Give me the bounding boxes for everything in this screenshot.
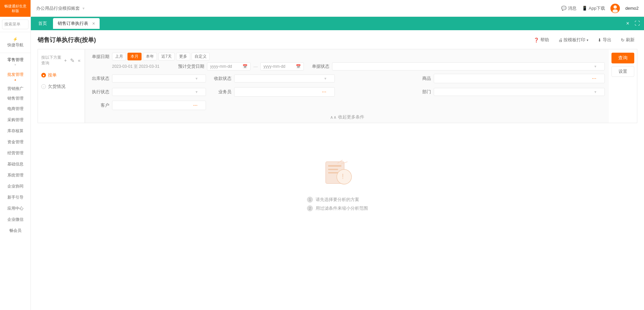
quick-nav-section: ⚡ 快捷导航: [0, 32, 31, 53]
sidebar-item-enterprise[interactable]: 企业协同: [0, 181, 31, 192]
refresh-button[interactable]: ↻ 刷新: [618, 36, 637, 44]
sidebar-nav: 零售管理 ▼ 批发管理 ▲ 营销推广 销售管理 电商管理 采购管理 库存核算 资…: [0, 53, 31, 238]
filter-collection-status: 收款状态 ▾: [211, 74, 406, 83]
collection-status-select[interactable]: ▾: [234, 74, 335, 83]
query-button[interactable]: 查询: [611, 53, 634, 63]
tab-home-label: 首页: [38, 20, 47, 27]
sidebar-item-purchase[interactable]: 采购管理: [0, 114, 31, 125]
dept-arrow: ▾: [594, 90, 596, 94]
close-tab-btn[interactable]: ×: [625, 19, 631, 28]
out-status-select[interactable]: ▾: [112, 74, 206, 83]
sidebar: 畅捷通好生意 标版 搜索菜单 ⚡ 快捷导航 零售管理 ▼ 批发管理 ▲ 营销推广…: [0, 0, 31, 310]
tab-close-icon[interactable]: ×: [92, 21, 95, 26]
breadcrumb: 办公用品行业模拟账套: [36, 5, 80, 11]
empty-tip-2: 2 用过滤条件来缩小分析范围: [307, 205, 368, 211]
maximize-tab-btn[interactable]: ⛶: [633, 19, 641, 28]
filter-expected-date: 预计交货日期 yyyy-mm-dd 📅 — yyyy-mm-dd 📅: [178, 62, 304, 70]
filter-salesperson: 业务员 ···: [211, 87, 406, 97]
breadcrumb-arrow[interactable]: ▾: [83, 6, 85, 11]
app-download-button[interactable]: 📱 App下载: [582, 5, 605, 11]
tab-home[interactable]: 首页: [34, 18, 52, 29]
date-separator: —: [253, 64, 258, 69]
sidebar-item-system[interactable]: 系统管理: [0, 170, 31, 181]
date-btn-custom[interactable]: 自定义: [192, 53, 210, 60]
tip-2-num: 2: [307, 205, 313, 211]
sidebar-item-apps[interactable]: 应用中心: [0, 203, 31, 214]
date-btn-this-year[interactable]: 本年: [143, 53, 157, 60]
print-label: 按模板打印: [564, 37, 585, 43]
help-label: 帮助: [540, 37, 549, 43]
sidebar-item-ecommerce[interactable]: 电商管理: [0, 103, 31, 114]
app-label: App下载: [589, 5, 605, 11]
sidebar-item-inventory[interactable]: 库存核算: [0, 125, 31, 137]
user-name[interactable]: demo2: [625, 6, 639, 11]
sidebar-item-basic[interactable]: 基础信息: [0, 159, 31, 170]
filter-row-1: 单据日期 上月 本月 本年 近7天 更多 自定义: [89, 53, 605, 60]
collapse-panel-button[interactable]: «: [77, 57, 81, 64]
quick-nav-item[interactable]: ⚡ 快捷导航: [0, 34, 31, 51]
filter-exec-status: 执行状态 ▾: [89, 88, 206, 96]
sidebar-item-retail[interactable]: 零售管理 ▼: [0, 54, 31, 69]
date-to-input[interactable]: yyyy-mm-dd 📅: [260, 62, 304, 70]
settings-button[interactable]: 设置: [611, 66, 634, 77]
sidebar-item-member[interactable]: 畅会员: [0, 225, 31, 236]
scheme-inactive-dot: ○: [41, 84, 46, 89]
sidebar-item-wholesale[interactable]: 批发管理 ▲: [0, 69, 31, 84]
filter-doc-status: 单据状态 ▾: [309, 62, 605, 70]
doc-status-arrow: ▾: [594, 64, 596, 69]
filter-dept: 部门 ▾: [411, 88, 605, 96]
date-btn-this-month[interactable]: 本月: [127, 53, 142, 60]
message-label: 消息: [568, 5, 577, 11]
add-scheme-button[interactable]: +: [63, 57, 67, 64]
export-icon: ⬇: [598, 38, 601, 43]
sidebar-item-finance[interactable]: 资金管理: [0, 137, 31, 148]
dept-select[interactable]: ▾: [434, 88, 605, 96]
message-icon: 💬: [561, 6, 567, 11]
left-panel-title: 按以下方案查询: [41, 55, 63, 66]
tip-2-text: 用过滤条件来缩小分析范围: [316, 205, 368, 211]
svg-rect-4: [328, 165, 341, 167]
print-button[interactable]: 🖨 按模板打印 ▾: [556, 36, 591, 44]
export-button[interactable]: ⬇ 导出: [595, 36, 614, 44]
sidebar-item-marketing[interactable]: 营销推广: [0, 84, 31, 94]
date-from-input[interactable]: yyyy-mm-dd 📅: [207, 62, 251, 70]
exec-status-select[interactable]: ▾: [112, 88, 206, 96]
calendar-icon: 📅: [243, 64, 248, 69]
sidebar-item-guide[interactable]: 新手引导: [0, 192, 31, 203]
svg-point-1: [613, 5, 617, 9]
date-btn-more[interactable]: 更多: [176, 53, 190, 60]
date-btn-last-month[interactable]: 上月: [112, 53, 126, 60]
empty-illustration: !: [317, 150, 358, 191]
exec-status-arrow: ▾: [196, 90, 198, 94]
edit-scheme-button[interactable]: ✎: [69, 57, 75, 64]
message-button[interactable]: 💬 消息: [561, 5, 577, 11]
filter-area: 单据日期 上月 本月 本年 近7天 更多 自定义: [85, 49, 609, 123]
scheme-label-欠货情况: 欠货情况: [48, 84, 65, 90]
expected-date-label: 预计交货日期: [178, 63, 204, 69]
salesperson-select[interactable]: ···: [234, 87, 335, 97]
filter-date-range: 2023-03-01 至 2023-03-31: [89, 64, 159, 69]
search-menu-button[interactable]: 搜索菜单: [2, 19, 29, 29]
quick-nav-label: 快捷导航: [7, 42, 23, 48]
wholesale-label: 批发管理: [7, 72, 23, 78]
doc-status-select[interactable]: ▾: [332, 62, 605, 70]
collapse-filter-button[interactable]: ∧∧ 收起更多条件: [89, 114, 605, 120]
goods-select[interactable]: ···: [434, 74, 605, 83]
help-button[interactable]: ❓ 帮助: [531, 36, 552, 44]
exec-status-label: 执行状态: [89, 89, 109, 95]
date-btn-last-7[interactable]: 近7天: [158, 53, 175, 60]
filter-customer: 客户 ···: [89, 101, 206, 110]
scheme-label-按单: 按单: [48, 72, 57, 78]
page-title: 销售订单执行表(按单): [38, 36, 96, 44]
customer-select[interactable]: ···: [112, 101, 206, 110]
sidebar-item-sales[interactable]: 销售管理: [0, 94, 31, 103]
scheme-item-按单[interactable]: ● 按单: [38, 69, 85, 81]
sidebar-item-operation[interactable]: 经营管理: [0, 148, 31, 159]
print-dropdown-arrow: ▾: [587, 38, 588, 42]
calendar-to-icon: 📅: [296, 64, 301, 69]
scheme-item-欠货情况[interactable]: ○ 欠货情况: [38, 81, 85, 92]
tab-sales-exec[interactable]: 销售订单执行表 ×: [53, 18, 100, 29]
sidebar-item-wechat[interactable]: 企业微信: [0, 214, 31, 225]
help-icon: ❓: [534, 38, 539, 43]
sidebar-search-area: 搜索菜单: [0, 17, 31, 32]
